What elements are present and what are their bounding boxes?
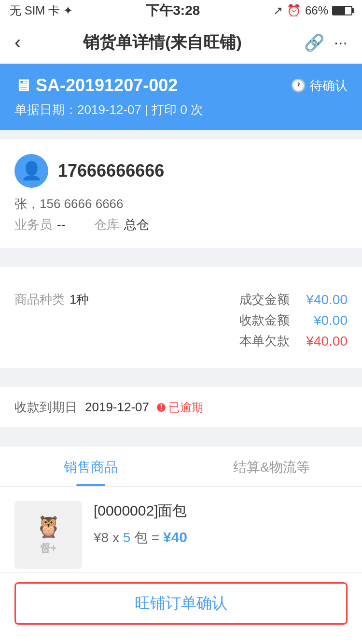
customer-phone: 17666666666 xyxy=(58,161,164,181)
battery-icon xyxy=(332,6,352,15)
received-amount-row: 收款金额 ¥0.00 xyxy=(181,312,348,329)
goods-type-label: 商品种类 xyxy=(14,291,65,308)
arrears-label: 本单欠款 xyxy=(239,333,290,350)
product-item: 🦉 督+ [0000002]面包 ¥8 x 5 包 = ¥40 xyxy=(14,501,348,569)
unit: 包 xyxy=(134,530,148,545)
product-section: 🦉 督+ [0000002]面包 ¥8 x 5 包 = ¥40 xyxy=(0,487,362,583)
location-icon: ↗ xyxy=(273,4,283,17)
transaction-label: 成交金额 xyxy=(239,291,290,308)
order-meta: 单据日期：2019-12-07 | 打印 0 次 xyxy=(14,101,348,118)
equals-sign: = xyxy=(152,530,163,545)
overdue-icon: ! xyxy=(157,403,166,412)
tabs: 销售商品 结算&物流等 xyxy=(0,447,362,487)
summary-card: 商品种类 1种 成交金额 ¥40.00 收款金额 ¥0.00 本单欠款 ¥40.… xyxy=(0,267,362,368)
confirm-button[interactable]: 旺铺订单确认 xyxy=(14,582,348,625)
overdue-badge: ! 已逾期 xyxy=(157,400,203,415)
arrears-row: 本单欠款 ¥40.00 xyxy=(181,333,348,350)
more-button[interactable]: ··· xyxy=(334,33,348,52)
amount-section: 商品种类 1种 成交金额 ¥40.00 收款金额 ¥0.00 本单欠款 ¥40.… xyxy=(14,291,348,353)
salesperson-value: -- xyxy=(57,217,65,232)
order-status: 🕐 待确认 xyxy=(291,77,348,94)
customer-card: 👤 17666666666 张，156 6666 6666 业务员 -- 仓库 … xyxy=(0,140,362,248)
due-date-value: 2019-12-07 xyxy=(85,400,149,415)
goods-type-section: 商品种类 1种 xyxy=(14,291,181,353)
status-bar: 无 SIM 卡 ✦ 下午3:28 ↗ ⏰ 66% xyxy=(0,0,362,21)
goods-type-value: 1种 xyxy=(70,291,89,308)
customer-row: 👤 17666666666 xyxy=(14,154,348,188)
divider-3 xyxy=(0,427,362,437)
product-price: ¥8 x 5 包 = ¥40 xyxy=(94,529,348,547)
share-button[interactable]: 🔗 xyxy=(304,33,324,52)
divider-1 xyxy=(0,248,362,257)
owl-text: 督+ xyxy=(40,541,57,556)
amounts: 成交金额 ¥40.00 收款金额 ¥0.00 本单欠款 ¥40.00 xyxy=(181,291,348,353)
battery-percent: 66% xyxy=(305,4,328,17)
owl-logo: 🦉 xyxy=(35,514,62,539)
warehouse-value: 总仓 xyxy=(124,216,149,233)
alarm-icon: ⏰ xyxy=(287,4,301,17)
product-image-inner: 🦉 督+ xyxy=(14,501,82,569)
header-top: 🖥 SA-20191207-002 🕐 待确认 xyxy=(14,75,348,96)
due-date-section: 收款到期日 2019-12-07 ! 已逾期 xyxy=(0,387,362,427)
warehouse-label: 仓库 xyxy=(94,216,119,233)
status-left: 无 SIM 卡 ✦ xyxy=(10,3,73,18)
divider-2 xyxy=(0,368,362,378)
arrears-amount: ¥40.00 xyxy=(299,334,348,349)
overdue-text: 已逾期 xyxy=(168,400,203,415)
nav-bar: ‹ 销货单详情(来自旺铺) 🔗 ··· xyxy=(0,21,362,64)
order-icon: 🖥 xyxy=(14,76,31,95)
header-card: 🖥 SA-20191207-002 🕐 待确认 单据日期：2019-12-07 … xyxy=(0,64,362,130)
received-label: 收款金额 xyxy=(239,312,290,329)
total-price: ¥40 xyxy=(163,529,187,545)
goods-type: 商品种类 1种 xyxy=(14,291,181,308)
quantity: 5 xyxy=(123,530,131,545)
salesperson-label: 业务员 xyxy=(14,216,52,233)
transaction-amount-row: 成交金额 ¥40.00 xyxy=(181,291,348,308)
received-amount: ¥0.00 xyxy=(299,313,348,328)
warehouse-field: 仓库 总仓 xyxy=(94,216,149,233)
product-name: [0000002]面包 xyxy=(94,501,348,521)
nav-actions: 🔗 ··· xyxy=(304,33,348,52)
sim-status: 无 SIM 卡 ✦ xyxy=(10,3,73,18)
back-button[interactable]: ‹ xyxy=(14,31,21,53)
page-title: 销货单详情(来自旺铺) xyxy=(83,31,242,54)
transaction-amount: ¥40.00 xyxy=(299,292,348,308)
tab-settlement[interactable]: 结算&物流等 xyxy=(181,447,362,486)
multiply-sign: x xyxy=(112,530,123,545)
avatar: 👤 xyxy=(14,154,48,188)
tab-sales-goods[interactable]: 销售商品 xyxy=(0,447,181,486)
due-label: 收款到期日 xyxy=(14,399,77,416)
bottom-bar: 旺铺订单确认 xyxy=(0,572,362,644)
order-number: 🖥 SA-20191207-002 xyxy=(14,75,178,96)
status-time: 下午3:28 xyxy=(146,1,200,20)
clock-icon: 🕐 xyxy=(291,78,306,93)
product-image: 🦉 督+ xyxy=(14,501,82,569)
unit-price: ¥8 xyxy=(94,530,109,545)
customer-name: 张，156 6666 6666 xyxy=(14,196,348,212)
product-info: [0000002]面包 ¥8 x 5 包 = ¥40 xyxy=(94,501,348,547)
status-right: ↗ ⏰ 66% xyxy=(273,4,352,17)
customer-meta: 业务员 -- 仓库 总仓 xyxy=(14,216,348,233)
salesperson-field: 业务员 -- xyxy=(14,216,65,233)
